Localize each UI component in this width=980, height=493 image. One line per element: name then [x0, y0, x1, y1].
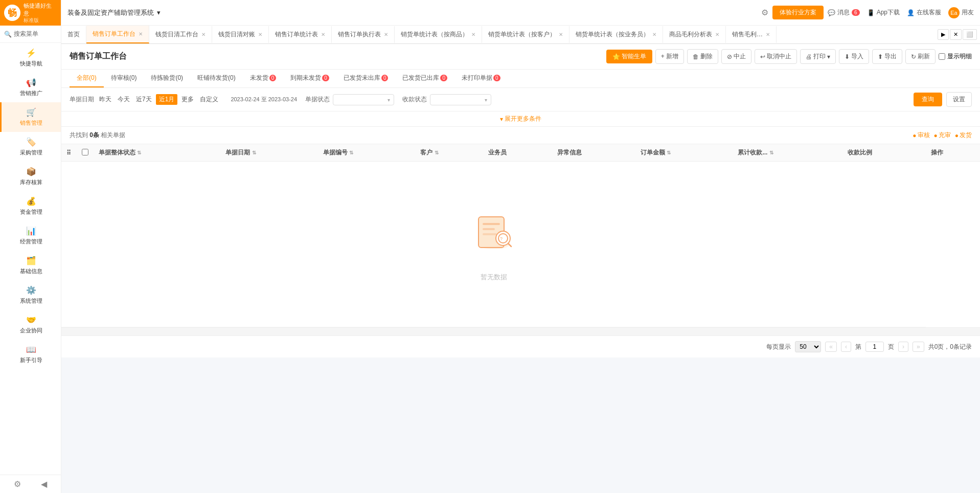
- collapse-icon[interactable]: ◀: [41, 479, 47, 489]
- tab-maximize[interactable]: ⬜: [963, 29, 977, 40]
- sidebar-item-purchase[interactable]: 🏷️ 采购管理: [0, 132, 61, 162]
- tab-sales-summary-staff[interactable]: 销货单统计表（按业务员） ✕: [569, 26, 663, 43]
- tab-home[interactable]: 首页: [61, 26, 86, 43]
- expand-filter-btn[interactable]: ▾ 展开更多条件: [500, 115, 541, 123]
- tab-close-all[interactable]: ✕: [950, 29, 962, 40]
- col-number[interactable]: 单据编号: [318, 144, 416, 162]
- tab-close-sales-workbench[interactable]: ✕: [139, 31, 143, 37]
- tab-close-cash-reconcile[interactable]: ✕: [258, 32, 262, 37]
- date-opt-yesterday[interactable]: 昨天: [97, 94, 113, 105]
- sidebar-item-enterprise[interactable]: 🤝 企业协同: [0, 310, 61, 340]
- unreview-action[interactable]: ● 充审: [934, 131, 951, 140]
- review-action[interactable]: ● 审核: [913, 131, 929, 140]
- show-detail-label[interactable]: 显示明细: [939, 52, 972, 61]
- ftab-overdue[interactable]: 到期未发货0: [283, 70, 336, 87]
- export-icon: ⬆: [878, 53, 883, 60]
- show-detail-checkbox[interactable]: [939, 53, 945, 60]
- prev-page-btn[interactable]: ‹: [841, 342, 851, 352]
- delete-btn[interactable]: 🗑 删除: [687, 49, 718, 64]
- tab-sales-more[interactable]: 销售毛利… ✕: [726, 26, 777, 43]
- import-btn[interactable]: ⬇ 导入: [839, 49, 869, 64]
- sidebar-item-operation[interactable]: 📊 经营管理: [0, 221, 61, 251]
- col-collected[interactable]: 累计收款...: [733, 144, 842, 162]
- col-amount[interactable]: 订单金额: [635, 144, 733, 162]
- stop-btn[interactable]: ⊘ 中止: [721, 49, 751, 64]
- sidebar-item-basicinfo[interactable]: 🗂️ 基础信息: [0, 251, 61, 280]
- status-select[interactable]: [333, 94, 394, 105]
- solution-btn[interactable]: 体验行业方案: [772, 6, 824, 19]
- cancel-stop-btn[interactable]: ↩ 取消中止: [755, 49, 797, 64]
- select-all-checkbox[interactable]: [82, 149, 88, 155]
- topbar-dropdown[interactable]: ▾: [157, 9, 161, 16]
- topbar-gear-icon[interactable]: ⚙: [761, 8, 768, 17]
- tab-close-sales-stats[interactable]: ✕: [321, 32, 325, 37]
- pagination-bar: 每页显示 50 10 20 100 « ‹ 第 页 › » 共0页，0条记录: [61, 335, 980, 357]
- tab-close-sales-more[interactable]: ✕: [766, 32, 770, 37]
- first-page-btn[interactable]: «: [825, 342, 837, 352]
- date-opt-7days[interactable]: 近7天: [134, 94, 154, 105]
- tab-gross-profit[interactable]: 商品毛利分析表 ✕: [663, 26, 726, 43]
- delete-icon: 🗑: [693, 53, 699, 60]
- smart-create-btn[interactable]: ⭐ 智能生单: [606, 50, 652, 63]
- sidebar-item-capital[interactable]: 💰 资金管理: [0, 191, 61, 221]
- settings-icon[interactable]: ⚙: [14, 479, 21, 489]
- tab-sales-workbench[interactable]: 销售订单工作台 ✕: [86, 26, 149, 43]
- app-download-item[interactable]: 📱 App下载: [867, 8, 900, 17]
- tab-close-cash-daily[interactable]: ✕: [201, 32, 206, 37]
- sidebar-item-guide[interactable]: 📖 新手引导: [0, 340, 61, 369]
- sidebar-bottom: ⚙ ◀: [0, 475, 61, 493]
- ftab-shipped-out[interactable]: 已发货已出库0: [395, 70, 454, 87]
- ftab-pending-review[interactable]: 待审核(0): [104, 70, 144, 87]
- per-page-select[interactable]: 50 10 20 100: [795, 341, 821, 352]
- ftab-not-shipped[interactable]: 未发货0: [243, 70, 284, 87]
- refresh-btn[interactable]: ↻ 刷新: [905, 49, 936, 64]
- add-btn[interactable]: + 新增: [655, 49, 684, 64]
- date-opt-today[interactable]: 今天: [116, 94, 132, 105]
- print-btn[interactable]: 🖨 打印 ▾: [800, 49, 836, 64]
- ftab-wangpu[interactable]: 旺铺待发货(0): [190, 70, 243, 87]
- date-opt-custom[interactable]: 自定义: [198, 94, 220, 105]
- next-page-btn[interactable]: ›: [898, 342, 908, 352]
- col-customer[interactable]: 客户: [415, 144, 483, 162]
- tab-close-summary-customer[interactable]: ✕: [559, 32, 563, 37]
- date-opt-more[interactable]: 更多: [179, 94, 196, 105]
- page-input[interactable]: [865, 342, 884, 352]
- online-service-item[interactable]: 👤 在线客服: [907, 8, 941, 17]
- message-item[interactable]: 💬 消息 6: [828, 8, 860, 17]
- tab-close-gross-profit[interactable]: ✕: [715, 32, 719, 37]
- empty-icon: ?: [468, 207, 519, 267]
- query-btn[interactable]: 查询: [914, 93, 942, 106]
- ftab-all[interactable]: 全部(0): [70, 70, 104, 87]
- ftab-not-printed[interactable]: 未打印单据0: [454, 70, 508, 87]
- tab-close-sales-exec[interactable]: ✕: [384, 32, 388, 37]
- sidebar-item-marketing[interactable]: 📢 营销推广: [0, 73, 61, 102]
- last-page-btn[interactable]: »: [913, 342, 924, 352]
- tab-sales-exec[interactable]: 销售订单执行表 ✕: [332, 26, 395, 43]
- sidebar-item-sales[interactable]: 🛒 销售管理: [0, 102, 61, 132]
- user-item[interactable]: Ea 用友: [948, 7, 974, 18]
- collection-select[interactable]: [430, 94, 491, 105]
- tab-scroll-right[interactable]: ▶: [938, 29, 949, 40]
- ship-action[interactable]: ● 发货: [955, 131, 972, 140]
- tab-close-summary-product[interactable]: ✕: [471, 32, 475, 37]
- tab-cash-reconcile[interactable]: 钱货日清对账 ✕: [212, 26, 269, 43]
- sidebar-item-inventory[interactable]: 📦 库存核算: [0, 162, 61, 191]
- horizontal-scrollbar[interactable]: [61, 327, 980, 335]
- tab-sales-summary-product[interactable]: 销货单统计表（按商品） ✕: [395, 26, 482, 43]
- tab-sales-summary-customer[interactable]: 销货单统计表（按客户） ✕: [482, 26, 569, 43]
- sidebar-search[interactable]: 🔍 搜索菜单: [0, 26, 61, 43]
- date-opt-1month[interactable]: 近1月: [156, 94, 178, 105]
- setting-btn[interactable]: 设置: [946, 92, 972, 107]
- tab-cash-daily[interactable]: 钱货日清工作台 ✕: [149, 26, 212, 43]
- col-date[interactable]: 单据日期: [220, 144, 318, 162]
- sidebar-item-system[interactable]: ⚙️ 系统管理: [0, 280, 61, 310]
- ftab-pending-inspect[interactable]: 待拣验货(0): [144, 70, 190, 87]
- ftab-shipped-not-out[interactable]: 已发货未出库0: [336, 70, 396, 87]
- tab-sales-stats[interactable]: 销售订单统计表 ✕: [269, 26, 332, 43]
- col-operation: 操作: [926, 144, 980, 162]
- export-btn[interactable]: ⬆ 导出: [872, 49, 902, 64]
- col-status[interactable]: 单据整体状态: [94, 144, 220, 162]
- tab-close-summary-staff[interactable]: ✕: [652, 32, 656, 37]
- sidebar-item-quicknav[interactable]: ⚡ 快捷导航: [0, 43, 61, 73]
- svg-text:?: ?: [500, 236, 503, 241]
